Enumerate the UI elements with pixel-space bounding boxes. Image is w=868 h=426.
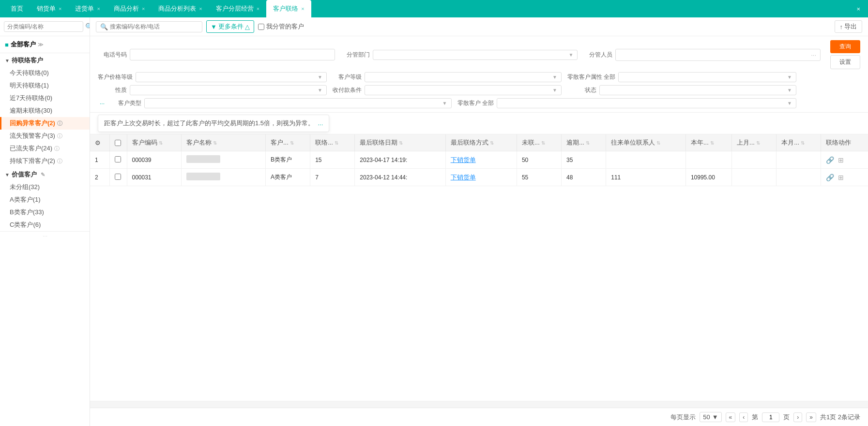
- nav-item-sales[interactable]: 销货单 ×: [30, 0, 68, 17]
- th-this-year[interactable]: 本年... ⇅: [685, 134, 731, 151]
- th-overdue[interactable]: 逾期... ⇅: [562, 134, 606, 151]
- sidebar-collapse-icon[interactable]: ≫: [38, 42, 44, 48]
- close-sales-icon[interactable]: ×: [59, 6, 61, 12]
- sidebar-item-class-a[interactable]: A类客户(1): [0, 193, 90, 206]
- close-customer-contact-icon[interactable]: ×: [301, 6, 304, 12]
- select-all-checkbox[interactable]: [115, 140, 121, 146]
- close-customer-layer-icon[interactable]: ×: [257, 6, 259, 12]
- th-this-month[interactable]: 本月... ⇅: [777, 134, 821, 151]
- scattered-attr-select[interactable]: ▼: [618, 72, 796, 82]
- th-last-date[interactable]: 最后联络日期 ⇅: [355, 134, 445, 151]
- th-name[interactable]: 客户名称 ⇅: [181, 134, 265, 151]
- th-contact-person[interactable]: 往来单位联系人 ⇅: [606, 134, 686, 151]
- sort-contact-person-icon: ⇅: [656, 140, 660, 146]
- sidebar-item-class-c[interactable]: C类客户(6): [0, 219, 90, 231]
- close-analysis-list-icon[interactable]: ×: [199, 6, 202, 12]
- filter-status: 状态 ▼: [567, 85, 796, 95]
- nav-item-home[interactable]: 首页: [4, 0, 30, 17]
- last-method-link-0[interactable]: 下销货单: [451, 156, 476, 163]
- scattered-customer-select[interactable]: ▼: [497, 98, 796, 108]
- export-button[interactable]: ↑ 导出: [835, 20, 863, 33]
- sidebar-item-today[interactable]: 今天待联络(0): [0, 67, 90, 79]
- total-records: 共1页 2条记录: [820, 413, 860, 422]
- table-row: 2 000031 A类客户 7 2023-04-12 14:44: 下销货单 5…: [90, 169, 868, 186]
- action-link-icon-1[interactable]: 🔗: [826, 174, 834, 181]
- th-contact-count[interactable]: 联络... ⇅: [310, 134, 355, 151]
- sidebar-item-tomorrow[interactable]: 明天待联络(1): [0, 79, 90, 92]
- th-no-contact[interactable]: 未联... ⇅: [517, 134, 561, 151]
- th-grade[interactable]: 客户... ⇅: [265, 134, 310, 151]
- department-select[interactable]: ▼: [373, 50, 578, 60]
- cell-overdue-1: 48: [562, 169, 606, 186]
- person-select[interactable]: ···: [615, 49, 821, 61]
- more-conditions-button[interactable]: ▼ 更多条件 △: [206, 20, 254, 33]
- cell-grade-1: A类客户: [265, 169, 310, 186]
- sidebar-item-ungroup[interactable]: 未分组(32): [0, 181, 90, 193]
- action-grid-icon-1[interactable]: ⊞: [838, 174, 844, 181]
- chevron-down-icon-4: ▼: [787, 74, 792, 80]
- phone-input[interactable]: [130, 49, 335, 60]
- last-page-button[interactable]: »: [806, 412, 816, 422]
- nav-item-purchase[interactable]: 进货单 ×: [68, 0, 107, 17]
- row-checkbox-1[interactable]: [115, 174, 121, 180]
- customer-type-select[interactable]: ▼: [144, 98, 452, 108]
- sidebar-item-overdue[interactable]: 逾期未联络(30): [0, 104, 90, 117]
- settings-button[interactable]: 设置: [830, 55, 860, 69]
- action-link-icon-0[interactable]: 🔗: [826, 156, 834, 164]
- th-last-method[interactable]: 最后联络方式 ⇅: [445, 134, 517, 151]
- filter-scattered-customer: 零散客户 全部 ▼: [457, 98, 797, 108]
- customer-grade-select[interactable]: ▼: [365, 72, 562, 82]
- sidebar-item-lost[interactable]: 已流失客户(24) ⓘ: [0, 142, 90, 155]
- sidebar-item-abnormal[interactable]: 回购异常客户(2) ⓘ: [0, 117, 90, 130]
- payment-select[interactable]: ▼: [365, 85, 562, 95]
- per-page-select[interactable]: 50 ▼: [700, 412, 721, 422]
- search-input[interactable]: [110, 23, 198, 30]
- sort-grade-icon: ⇅: [290, 140, 294, 146]
- window-close-button[interactable]: ×: [853, 4, 864, 13]
- sidebar-item-loss-warning[interactable]: 流失预警客户(3) ⓘ: [0, 130, 90, 142]
- nav-item-customer-contact[interactable]: 客户联络 ×: [266, 0, 311, 17]
- edit-value-icon[interactable]: ✎: [41, 172, 45, 178]
- row-checkbox-0[interactable]: [115, 156, 121, 162]
- tooltip-more-button[interactable]: ...: [318, 119, 323, 127]
- price-grade-select[interactable]: ▼: [136, 72, 327, 82]
- sidebar-all-customers[interactable]: ■ 全部客户 ≫: [0, 36, 90, 53]
- nav-item-customer-layer[interactable]: 客户分层经营 ×: [209, 0, 266, 17]
- sidebar-item-7days[interactable]: 近7天待联络(0): [0, 92, 90, 104]
- cell-last-method-0[interactable]: 下销货单: [445, 151, 517, 169]
- per-page-label: 每页显示: [670, 413, 696, 422]
- close-analysis-icon[interactable]: ×: [142, 6, 145, 12]
- cell-checkbox-0[interactable]: [109, 151, 127, 169]
- sidebar-search-input[interactable]: [4, 21, 83, 32]
- nature-select[interactable]: ▼: [130, 85, 327, 95]
- sidebar-item-class-b[interactable]: B类客户(33): [0, 206, 90, 219]
- filter-more-button[interactable]: ···: [98, 99, 107, 108]
- th-last-month[interactable]: 上月... ⇅: [732, 134, 777, 151]
- page-number-input[interactable]: [762, 412, 779, 422]
- sidebar-search-button[interactable]: 🔍: [85, 23, 90, 30]
- last-method-link-1[interactable]: 下销货单: [451, 174, 476, 181]
- first-page-button[interactable]: «: [726, 412, 736, 422]
- nav-item-analysis-list[interactable]: 商品分析列表 ×: [152, 0, 209, 17]
- close-purchase-icon[interactable]: ×: [97, 6, 100, 12]
- cell-index-1: 2: [90, 169, 109, 186]
- nav-item-analysis[interactable]: 商品分析 ×: [107, 0, 152, 17]
- horizontal-scrollbar[interactable]: [90, 401, 868, 408]
- cell-name-0: [181, 151, 265, 169]
- next-page-button[interactable]: ›: [793, 412, 802, 422]
- query-button[interactable]: 查询: [830, 40, 860, 53]
- prev-page-button[interactable]: ‹: [739, 412, 748, 422]
- settings-icon[interactable]: ⚙: [95, 139, 101, 147]
- sidebar-resize-handle[interactable]: ⋯: [0, 231, 90, 241]
- action-grid-icon-0[interactable]: ⊞: [838, 156, 844, 164]
- sidebar-item-declining[interactable]: 持续下滑客户(2) ⓘ: [0, 155, 90, 167]
- search-box: 🔍: [96, 21, 202, 32]
- cell-checkbox-1[interactable]: [109, 169, 127, 186]
- triangle-value-icon: ▼: [5, 172, 10, 177]
- my-customers-checkbox-label[interactable]: 我分管的客户: [258, 22, 304, 31]
- cell-last-method-1[interactable]: 下销货单: [445, 169, 517, 186]
- my-customers-checkbox[interactable]: [258, 24, 264, 30]
- status-select[interactable]: ▼: [599, 85, 796, 95]
- th-code[interactable]: 客户编码 ⇅: [127, 134, 181, 151]
- cell-name-1: [181, 169, 265, 186]
